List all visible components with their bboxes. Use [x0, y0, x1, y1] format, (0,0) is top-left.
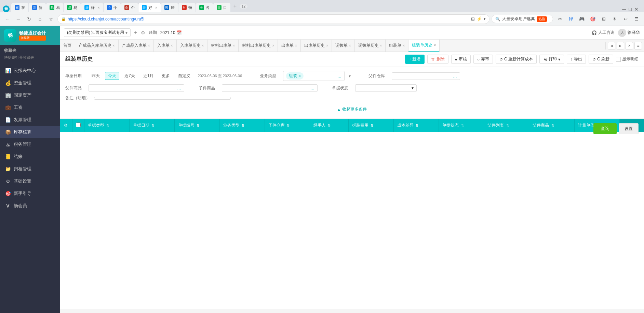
- sidebar-item-fixed-assets[interactable]: 🏢 固定资产: [0, 89, 60, 101]
- nav-tab-finished-goods[interactable]: 产成品入库单 ×: [119, 40, 154, 52]
- sidebar-item-fund-management[interactable]: 💰 资金管理: [0, 77, 60, 89]
- company-selector[interactable]: (勿删勿禁用) 江西服宝测试专用 ▾: [64, 28, 131, 37]
- export-button[interactable]: ↑ 导出: [567, 55, 586, 64]
- extension-icon[interactable]: 🎮: [577, 14, 587, 24]
- nav-tab-finished-goods-history[interactable]: 产成品入库单历史 ×: [75, 40, 119, 52]
- scissors-icon[interactable]: ✂: [555, 14, 565, 24]
- sidebar-item-invoice-management[interactable]: 📄 发票管理: [0, 114, 60, 126]
- close-window-button[interactable]: ✕: [634, 6, 639, 12]
- nav-tab-close-material-outbound-history[interactable]: ×: [272, 44, 274, 47]
- address-bar[interactable]: 🔒 https://cloud.chanjet.com/accounting/u…: [57, 14, 489, 24]
- forward-button[interactable]: →: [14, 15, 23, 24]
- sidebar-item-payroll[interactable]: 💼 工资: [0, 101, 60, 114]
- date-1month-btn[interactable]: 近1月: [140, 72, 157, 80]
- home-button[interactable]: ⌂: [36, 15, 44, 24]
- tab-6[interactable]: 个 个: [104, 3, 121, 12]
- grid-icon[interactable]: ⊞: [599, 14, 608, 24]
- qr-icon[interactable]: ⊞: [471, 16, 475, 22]
- nav-tab-inbound-history[interactable]: 入库单历史 ×: [177, 40, 208, 52]
- tab-close-5[interactable]: ×: [98, 6, 100, 10]
- undo-icon[interactable]: ↩: [621, 14, 630, 24]
- game-icon[interactable]: 🎯: [588, 14, 598, 24]
- recalculate-button[interactable]: ↺ C 重新计算成本: [496, 55, 537, 64]
- sidebar-item-cloud-reports[interactable]: 📊 云报表中心: [0, 65, 60, 77]
- col-biz-type[interactable]: 业务类型 ⇅: [219, 119, 265, 132]
- parent-goods-input[interactable]: …: [89, 84, 184, 92]
- query-button[interactable]: 查询: [593, 123, 617, 134]
- col-sub-warehouse[interactable]: 子件仓库 ⇅: [265, 119, 310, 132]
- bookmark-button[interactable]: ☆: [46, 15, 55, 24]
- tab-5[interactable]: 好 好 ×: [81, 3, 103, 12]
- collapse-bar[interactable]: ▲ 收起更多条件: [65, 104, 639, 114]
- parent-warehouse-more-btn[interactable]: …: [453, 74, 457, 79]
- nav-tab-close-assembly-history[interactable]: ×: [434, 43, 436, 47]
- nav-tab-material-outbound[interactable]: 材料出库单 ×: [207, 40, 239, 52]
- lightning-icon[interactable]: ⚡: [477, 16, 482, 22]
- sun-icon[interactable]: ☀: [610, 14, 619, 24]
- display-detail-toggle[interactable]: 显示明细: [616, 56, 639, 62]
- tab-9[interactable]: 腾 腾: [161, 3, 178, 12]
- tab-2[interactable]: 新 新: [29, 3, 46, 12]
- tab-3[interactable]: 易 易: [46, 3, 63, 12]
- nav-tab-assembly[interactable]: 组装单 ×: [386, 40, 408, 52]
- sidebar-item-archive[interactable]: 📁 归档管理: [0, 163, 60, 175]
- tab-8[interactable]: 好 好 ×: [138, 3, 161, 12]
- tab-12[interactable]: S 目: [213, 3, 230, 12]
- refresh-button[interactable]: ↺ C 刷新: [589, 55, 613, 64]
- nav-tab-assembly-history[interactable]: 组装单历史 ×: [408, 40, 440, 52]
- col-cost-diff[interactable]: 成本差异 ⇅: [394, 119, 439, 132]
- new-button[interactable]: + 新增: [405, 55, 424, 64]
- col-bill-date[interactable]: 单据日期 ⇅: [129, 119, 174, 132]
- tab-1[interactable]: 在 在: [11, 3, 28, 12]
- delete-button[interactable]: 🗑 删除: [427, 55, 448, 64]
- support-button[interactable]: 🎧 人工咨询: [592, 30, 615, 35]
- tab-close-8[interactable]: ×: [155, 6, 157, 10]
- address-chevron-down-icon[interactable]: ▾: [484, 17, 486, 21]
- col-parent-goods[interactable]: 父件商品 ⇅: [529, 119, 574, 132]
- sidebar-item-basic-settings[interactable]: ⚙ 基础设置: [0, 175, 60, 187]
- nav-tabs-close-all[interactable]: ×: [626, 42, 633, 49]
- sidebar-item-vip[interactable]: V 畅会员: [0, 200, 60, 212]
- bill-status-dropdown[interactable]: ▾: [355, 84, 417, 92]
- sidebar-item-tax-management[interactable]: 🖨 税务管理: [0, 138, 60, 151]
- select-all-checkbox[interactable]: [76, 123, 81, 127]
- nav-tab-close-transfer-history[interactable]: ×: [380, 44, 382, 47]
- nav-tab-close-inbound[interactable]: ×: [171, 44, 173, 47]
- biztype-more-btn[interactable]: …: [337, 74, 341, 79]
- sidebar-item-beginner-guide[interactable]: 🎯 新手引导: [0, 187, 60, 200]
- tab-10[interactable]: M 畅: [178, 3, 196, 12]
- biztype-input[interactable]: 组装 × …: [283, 71, 345, 81]
- nav-tab-close-outbound[interactable]: ×: [295, 44, 297, 47]
- abandon-button[interactable]: ○ 弃审: [473, 55, 493, 64]
- parent-goods-more-btn[interactable]: …: [177, 86, 181, 90]
- nav-tab-inbound[interactable]: 入库单 ×: [154, 40, 177, 52]
- translate-icon[interactable]: 译: [566, 14, 576, 24]
- nav-tab-close-transfer[interactable]: ×: [349, 44, 351, 47]
- maximize-button[interactable]: □: [629, 6, 632, 12]
- nav-tab-close-fg-history[interactable]: ×: [113, 44, 115, 47]
- remark-input[interactable]: [94, 97, 231, 100]
- add-company-button[interactable]: +: [134, 30, 137, 36]
- col-settings[interactable]: ⚙: [60, 119, 72, 132]
- col-bill-type[interactable]: 单据类型 ⇅: [84, 119, 129, 132]
- display-detail-checkbox[interactable]: [616, 57, 621, 62]
- nav-tab-close-inbound-history[interactable]: ×: [202, 44, 204, 47]
- col-bill-no[interactable]: 单据编号 ⇅: [174, 119, 219, 132]
- user-info[interactable]: 人 徐泽华: [618, 29, 640, 37]
- biztype-tag-remove[interactable]: ×: [298, 74, 301, 79]
- sub-goods-input[interactable]: …: [222, 84, 318, 92]
- audit-button[interactable]: ● 审核: [451, 55, 471, 64]
- col-parent-list[interactable]: 父件列表 ⇅: [484, 119, 529, 132]
- filter-settings-button[interactable]: 设置: [619, 123, 639, 134]
- col-bill-status[interactable]: 单据状态 ⇅: [439, 119, 484, 132]
- nav-tabs-left-arrow[interactable]: ◂: [608, 42, 615, 49]
- nav-tab-close-outbound-history[interactable]: ×: [326, 44, 328, 47]
- parent-warehouse-input[interactable]: …: [392, 72, 460, 80]
- sidebar-item-close-account[interactable]: 📒 结账: [0, 151, 60, 163]
- sub-goods-more-btn[interactable]: …: [310, 86, 314, 90]
- nav-tab-material-outbound-history[interactable]: 材料出库单历史 ×: [239, 40, 278, 52]
- col-check[interactable]: [72, 119, 84, 132]
- tab-7[interactable]: 企 企: [121, 3, 138, 12]
- nav-tab-transfer-history[interactable]: 调拨单历史 ×: [355, 40, 386, 52]
- nav-tab-outbound[interactable]: 出库单 ×: [278, 40, 301, 52]
